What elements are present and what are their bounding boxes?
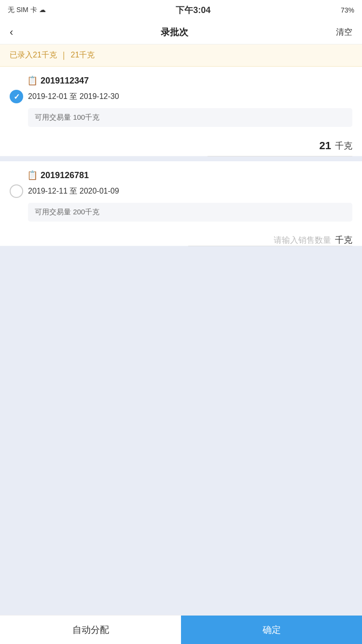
batch-card-2: 📋 2019126781 2019-12-11 至 2020-01-09 可用交… (0, 161, 362, 228)
auto-distribute-button[interactable]: 自动分配 (0, 616, 181, 644)
batch2-date-row[interactable]: 2019-12-11 至 2020-01-09 (10, 184, 352, 198)
gray-fill (0, 246, 362, 615)
content-area: 📋 2019112347 2019-12-01 至 2019-12-30 可用交… (0, 67, 362, 644)
recorded-label: 已录入21千克 (10, 50, 57, 60)
batch2-available: 可用交易量 200千克 (28, 203, 352, 222)
summary-bar: 已录入21千克 | 21千克 (0, 44, 362, 67)
batch1-icon: 📋 (27, 75, 38, 86)
footer-bar: 自动分配 确定 (0, 615, 362, 644)
clear-button[interactable]: 清空 (336, 27, 352, 38)
batch1-date-row[interactable]: 2019-12-01 至 2019-12-30 (10, 90, 352, 103)
batch1-amount-value: 21 (320, 140, 331, 152)
batch2-radio[interactable] (10, 184, 23, 198)
summary-total: 21千克 (70, 50, 95, 60)
back-button[interactable]: ‹ (10, 26, 13, 39)
nav-bar: ‹ 录批次 清空 (0, 20, 362, 44)
status-time: 下午3:04 (176, 4, 210, 16)
summary-divider: | (63, 50, 65, 60)
page-title: 录批次 (161, 26, 188, 39)
status-left: 无 SIM 卡 ☁ (8, 6, 46, 14)
separator (0, 156, 362, 161)
batch2-id: 2019126781 (41, 170, 89, 181)
batch2-input-placeholder: 请输入销售数量 (274, 235, 331, 246)
batch2-date: 2019-12-11 至 2020-01-09 (28, 186, 119, 196)
confirm-button[interactable]: 确定 (181, 616, 362, 644)
batch1-amount-row: 21 千克 (0, 134, 362, 156)
batch1-id-row: 📋 2019112347 (10, 75, 352, 86)
batch1-amount-unit: 千克 (335, 140, 352, 152)
batch2-input-unit: 千克 (335, 234, 352, 246)
no-sim-text: 无 SIM 卡 ☁ (8, 6, 46, 14)
batch2-id-row: 📋 2019126781 (10, 170, 352, 181)
batch1-radio[interactable] (10, 90, 23, 103)
status-right: 73% (341, 6, 354, 14)
status-bar: 无 SIM 卡 ☁ 下午3:04 73% (0, 0, 362, 20)
battery-text: 73% (341, 6, 354, 14)
batch2-input-row: 请输入销售数量 千克 (0, 228, 362, 246)
batch1-id: 2019112347 (41, 76, 89, 86)
batch1-date: 2019-12-01 至 2019-12-30 (28, 92, 119, 102)
batch2-icon: 📋 (27, 170, 38, 181)
batch1-available: 可用交易量 100千克 (28, 108, 352, 127)
batch-card-1: 📋 2019112347 2019-12-01 至 2019-12-30 可用交… (0, 67, 362, 134)
